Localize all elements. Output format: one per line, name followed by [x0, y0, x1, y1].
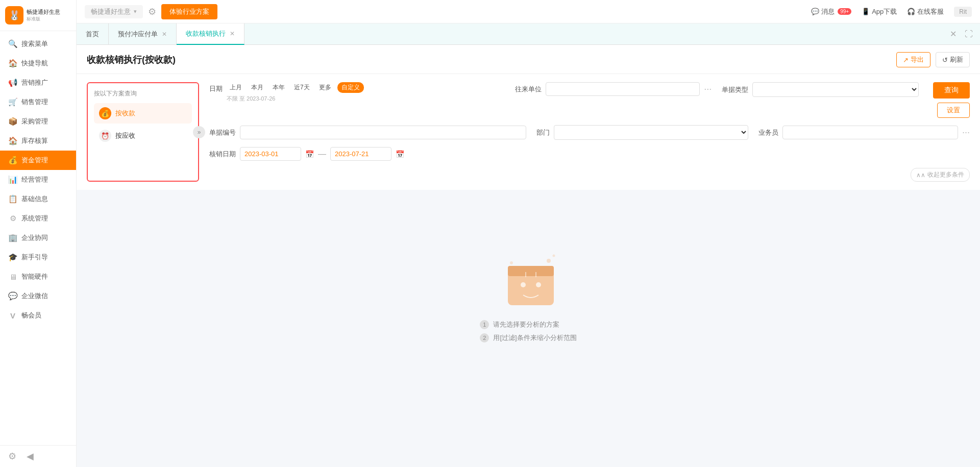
sidebar-item-basic[interactable]: 📋 基础信息	[0, 189, 76, 209]
maximize-icon[interactable]: ⛶	[963, 28, 975, 41]
logo-name: 畅捷通好生意	[27, 8, 60, 15]
refresh-icon: ↺	[942, 56, 948, 64]
industry-solution-button[interactable]: 体验行业方案	[161, 4, 217, 19]
filter-left-panel: 按以下方案查询 💰 按收款 ⏰ 按应收 »	[87, 82, 199, 182]
tab-prepay-close[interactable]: ✕	[162, 31, 167, 38]
tab-collect-label: 收款核销执行	[186, 29, 226, 38]
sidebar-item-enterprise[interactable]: 🏢 企业协同	[0, 228, 76, 248]
message-button[interactable]: 💬 消息 99+	[811, 7, 851, 16]
dept-select[interactable]	[554, 125, 748, 140]
business-icon: 📊	[8, 175, 17, 184]
date-separator: —	[318, 150, 326, 159]
main-area: 畅捷通好生意 ▾ ⚙ 体验行业方案 💬 消息 99+ 📱 App下载 🎧 在线客…	[77, 0, 980, 467]
page-header: 收款核销执行(按收款) ↗ 导出 ↺ 刷新	[77, 45, 980, 74]
filter-panel: 按以下方案查询 💰 按收款 ⏰ 按应收 » 日期	[77, 74, 980, 190]
empty-tip-1-text: 请先选择要分析的方案	[493, 320, 559, 329]
sidebar-item-label: 快捷导航	[21, 59, 48, 68]
sidebar-item-label: 系统管理	[21, 214, 48, 223]
collapse-more-button[interactable]: ∧∧ 收起更多条件	[911, 168, 970, 182]
sidebar-item-label: 采购管理	[21, 117, 48, 126]
write-off-end-input[interactable]	[330, 147, 391, 161]
tab-prepay[interactable]: 预付冲应付单 ✕	[109, 23, 177, 45]
write-off-start-input[interactable]	[240, 147, 301, 161]
sidebar-item-inventory[interactable]: 🏠 库存核算	[0, 131, 76, 151]
partner-picker-icon[interactable]: ···	[704, 84, 712, 94]
refresh-label: 刷新	[950, 55, 963, 64]
message-label: 消息	[821, 7, 835, 16]
sidebar-item-search[interactable]: 🔍 搜索菜单	[0, 34, 76, 54]
settings-bottom-icon[interactable]: ⚙	[8, 451, 16, 462]
export-button[interactable]: ↗ 导出	[896, 52, 930, 67]
sidebar-item-guide[interactable]: 🎓 新手引导	[0, 248, 76, 267]
topbar-brand: 畅捷通好生意 ▾	[85, 5, 143, 18]
calendar-start-icon[interactable]: 📅	[305, 150, 314, 158]
sidebar-item-marketing[interactable]: 📢 营销推广	[0, 73, 76, 92]
receivable-icon: ⏰	[99, 130, 111, 142]
message-badge: 99+	[838, 8, 851, 15]
collapse-sidebar-icon[interactable]: ◀	[27, 451, 34, 462]
svg-rect-1	[508, 266, 554, 276]
tab-home[interactable]: 首页	[77, 23, 109, 45]
collapse-left-panel-button[interactable]: »	[193, 126, 205, 138]
user-avatar[interactable]: Rit	[954, 7, 972, 17]
export-icon: ↗	[903, 56, 909, 64]
filter-option-by-receivable[interactable]: ⏰ 按应收	[94, 126, 192, 146]
sidebar-item-finance[interactable]: 💰 资金管理	[0, 151, 76, 170]
date-more-btn[interactable]: 更多	[316, 82, 334, 93]
close-all-tabs-icon[interactable]: ✕	[948, 27, 959, 41]
sidebar-item-wechat[interactable]: 💬 企业微信	[0, 286, 76, 306]
sidebar: 🐰 畅捷通好生意 标准版 🔍 搜索菜单 🏠 快捷导航 📢 营销推广 🛒 销售管理…	[0, 0, 77, 467]
date-last-month-btn[interactable]: 上月	[227, 82, 245, 93]
filter-option-by-receipt[interactable]: 💰 按收款	[94, 103, 192, 124]
online-service-label: 在线客服	[917, 7, 944, 16]
doc-type-label: 单据类型	[722, 85, 748, 94]
topbar-brand-text: 畅捷通好生意	[91, 7, 131, 16]
receipt-icon: 💰	[99, 107, 111, 119]
finance-icon: 💰	[8, 156, 17, 165]
empty-tip-2-text: 用[过滤]条件来缩小分析范围	[493, 333, 576, 342]
page-header-actions: ↗ 导出 ↺ 刷新	[896, 52, 970, 73]
date-hint: 不限 至 2023-07-26	[227, 95, 364, 103]
settings-button[interactable]: 设置	[937, 103, 970, 118]
app-download-button[interactable]: 📱 App下载	[862, 7, 897, 16]
chevron-up-icon: ∧∧	[916, 171, 925, 179]
date-7days-btn[interactable]: 近7天	[291, 82, 313, 93]
sidebar-item-sales[interactable]: 🛒 销售管理	[0, 92, 76, 112]
sidebar-item-purchase[interactable]: 📦 采购管理	[0, 112, 76, 131]
sidebar-item-label: 资金管理	[21, 156, 48, 165]
tab-collect-close[interactable]: ✕	[230, 30, 235, 37]
filter-option-receivable-label: 按应收	[115, 131, 135, 140]
doc-type-select[interactable]	[752, 82, 919, 97]
sidebar-item-hardware[interactable]: 🖥 智能硬件	[0, 267, 76, 286]
refresh-button[interactable]: ↺ 刷新	[936, 52, 970, 67]
system-icon: ⚙	[8, 214, 17, 223]
sidebar-item-label: 企业微信	[21, 291, 48, 301]
date-this-year-btn[interactable]: 本年	[270, 82, 288, 93]
collapse-more-label: 收起更多条件	[927, 170, 964, 179]
sidebar-item-label: 企业协同	[21, 233, 48, 242]
doc-no-input[interactable]	[240, 126, 526, 139]
date-custom-btn[interactable]: 自定义	[337, 82, 364, 93]
gear-icon[interactable]: ⚙	[148, 6, 156, 17]
filter-option-receipt-label: 按收款	[115, 109, 135, 118]
tab-home-label: 首页	[86, 30, 99, 39]
online-service-button[interactable]: 🎧 在线客服	[907, 7, 944, 16]
tip-num-2: 2	[480, 333, 489, 342]
marketing-icon: 📢	[8, 78, 17, 87]
member-icon: V	[8, 311, 17, 320]
calendar-end-icon[interactable]: 📅	[396, 150, 404, 158]
sidebar-item-label: 畅会员	[21, 311, 41, 320]
salesperson-picker-icon[interactable]: ···	[962, 127, 970, 138]
sidebar-item-business[interactable]: 📊 经营管理	[0, 170, 76, 189]
partner-input[interactable]	[546, 82, 700, 96]
sidebar-item-system[interactable]: ⚙ 系统管理	[0, 209, 76, 228]
tab-collect[interactable]: 收款核销执行 ✕	[177, 23, 244, 45]
topbar-right: 💬 消息 99+ 📱 App下载 🎧 在线客服 Rit	[811, 7, 972, 17]
sidebar-item-member[interactable]: V 畅会员	[0, 306, 76, 325]
export-label: 导出	[911, 55, 924, 64]
sidebar-item-quick[interactable]: 🏠 快捷导航	[0, 54, 76, 73]
tab-prepay-label: 预付冲应付单	[118, 30, 158, 39]
date-this-month-btn[interactable]: 本月	[248, 82, 266, 93]
query-button[interactable]: 查询	[933, 82, 970, 99]
salesperson-input[interactable]	[782, 126, 958, 139]
